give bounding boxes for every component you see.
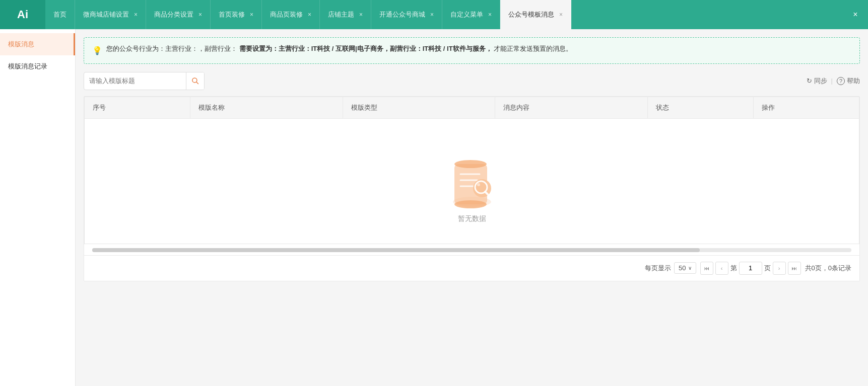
help-button[interactable]: ? 帮助 (837, 76, 860, 86)
divider: | (831, 77, 833, 85)
top-nav: Ai 首页微商城店铺设置×商品分类设置×首页装修×商品页装修×店铺主题×开通公众… (0, 0, 868, 29)
brand-logo: Ai (0, 0, 45, 29)
total-label: 共0页，0条记录 (805, 264, 851, 273)
sidebar-item-template-msg[interactable]: 模版消息 (0, 33, 75, 55)
tab-shop-theme[interactable]: 店铺主题× (320, 0, 371, 29)
empty-text: 暂无数据 (458, 214, 486, 223)
svg-line-1 (196, 82, 198, 84)
last-page-button[interactable]: ⏭ (788, 262, 801, 275)
last-page-icon: ⏭ (791, 265, 797, 271)
notice-banner: 💡 您的公众号行业为：主营行业：，副营行业： 需要设置为：主营行业：IT科技 /… (84, 37, 860, 64)
search-icon (191, 77, 199, 85)
table-header: 序号模版名称模版类型消息内容状态操作 (85, 97, 859, 118)
tab-close-button[interactable]: × (134, 12, 138, 18)
sidebar-item-label: 模版消息记录 (8, 62, 47, 71)
tab-label: 公众号模板消息 (508, 10, 554, 19)
first-page-button[interactable]: ⏮ (700, 262, 713, 275)
col-status: 状态 (647, 97, 753, 118)
tab-custom-menu[interactable]: 自定义菜单× (442, 0, 500, 29)
search-input[interactable] (84, 73, 186, 88)
table-body: 暂无数据 (85, 118, 859, 244)
horizontal-scrollbar[interactable] (84, 244, 859, 255)
page-size-select: 每页显示 50 ∨ (645, 262, 696, 274)
first-page-icon: ⏮ (704, 265, 709, 271)
sidebar-item-template-msg-record[interactable]: 模版消息记录 (0, 55, 75, 78)
col-template-name: 模版名称 (190, 97, 343, 118)
tab-close-button[interactable]: × (359, 12, 363, 18)
prev-page-icon: ‹ (721, 265, 723, 271)
data-table: 序号模版名称模版类型消息内容状态操作 (84, 97, 859, 244)
tab-open-mall[interactable]: 开通公众号商城× (371, 0, 442, 29)
scroll-track (92, 248, 851, 252)
tab-close-button[interactable]: × (488, 12, 492, 18)
tab-home[interactable]: 首页 (45, 0, 75, 29)
empty-state: 暂无数据 (85, 119, 859, 244)
search-button[interactable] (186, 72, 204, 90)
tab-shop-settings[interactable]: 微商城店铺设置× (75, 0, 146, 29)
tab-home-decor[interactable]: 首页装修× (211, 0, 262, 29)
sidebar: 模版消息模版消息记录 (0, 29, 76, 386)
tab-close-button[interactable]: × (430, 12, 434, 18)
tab-label: 首页装修 (219, 10, 245, 19)
col-msg-content: 消息内容 (495, 97, 648, 118)
table-container: 序号模版名称模版类型消息内容状态操作 (84, 96, 860, 281)
pagination-bar: 每页显示 50 ∨ ⏮ ‹ 第 页 (84, 255, 859, 281)
tab-label: 开通公众号商城 (379, 10, 425, 19)
close-all-button[interactable]: × (843, 0, 868, 29)
notice-text: 您的公众号行业为：主营行业：，副营行业： 需要设置为：主营行业：IT科技 / 互… (106, 44, 572, 54)
page-input[interactable] (739, 262, 762, 275)
page-navigation: ⏮ ‹ 第 页 › ⏭ (700, 262, 801, 275)
col-template-type: 模版类型 (343, 97, 495, 118)
tab-label: 商品页装修 (270, 10, 303, 19)
svg-point-5 (454, 200, 487, 208)
refresh-icon: ↻ (807, 77, 812, 85)
sidebar-item-label: 模版消息 (8, 40, 34, 49)
tab-label: 商品分类设置 (154, 10, 193, 19)
bulb-icon: 💡 (92, 44, 102, 57)
per-page-dropdown[interactable]: 50 ∨ (674, 262, 696, 274)
tab-close-button[interactable]: × (308, 12, 311, 18)
tab-template-msg[interactable]: 公众号模板消息× (500, 0, 571, 29)
next-page-icon: › (778, 265, 780, 271)
tab-category-settings[interactable]: 商品分类设置× (146, 0, 211, 29)
chevron-down-icon: ∨ (688, 265, 692, 271)
help-icon: ? (837, 77, 845, 85)
nav-tabs: 首页微商城店铺设置×商品分类设置×首页装修×商品页装修×店铺主题×开通公众号商城… (45, 0, 843, 29)
toolbar-right: ↻ 同步 | ? 帮助 (807, 76, 860, 86)
search-bar: ↻ 同步 | ? 帮助 (84, 72, 860, 90)
tab-label: 微商城店铺设置 (83, 10, 129, 19)
tab-product-decor[interactable]: 商品页装修× (262, 0, 320, 29)
tab-close-button[interactable]: × (198, 12, 202, 18)
tab-label: 店铺主题 (328, 10, 354, 19)
svg-point-4 (454, 160, 487, 168)
col-seq: 序号 (85, 97, 190, 118)
tab-close-button[interactable]: × (559, 12, 563, 18)
table-header-row: 序号模版名称模版类型消息内容状态操作 (85, 97, 859, 118)
col-actions: 操作 (753, 97, 859, 118)
empty-illustration (439, 149, 505, 214)
prev-page-button[interactable]: ‹ (715, 262, 728, 275)
sync-button[interactable]: ↻ 同步 (807, 76, 827, 86)
tab-label: 自定义菜单 (450, 10, 483, 19)
scroll-thumb (92, 248, 700, 252)
next-page-button[interactable]: › (773, 262, 786, 275)
search-input-wrapper (84, 72, 205, 90)
tab-label: 首页 (53, 10, 66, 19)
svg-point-12 (477, 183, 480, 186)
main-layout: 模版消息模版消息记录 💡 您的公众号行业为：主营行业：，副营行业： 需要设置为：… (0, 29, 868, 386)
empty-row: 暂无数据 (85, 118, 859, 244)
tab-close-button[interactable]: × (250, 12, 253, 18)
content-area: 💡 您的公众号行业为：主营行业：，副营行业： 需要设置为：主营行业：IT科技 /… (76, 29, 868, 386)
